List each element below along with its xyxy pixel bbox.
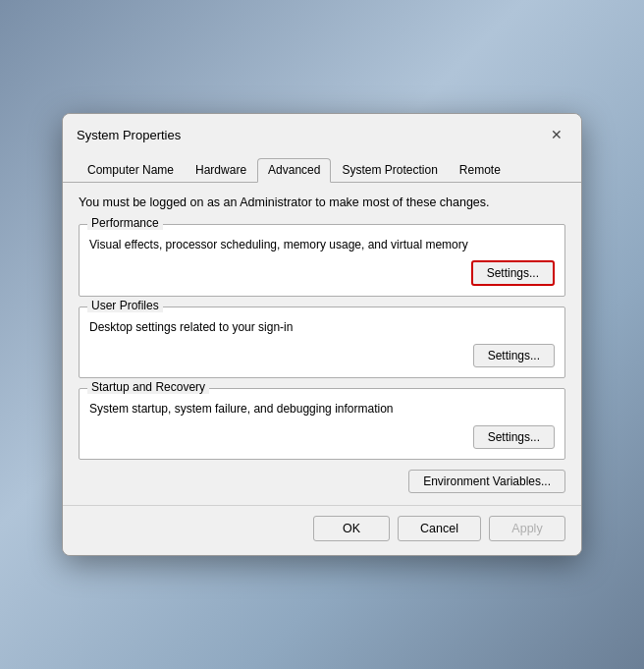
dialog-title: System Properties bbox=[77, 128, 181, 142]
system-properties-dialog: System Properties ✕ Computer Name Hardwa… bbox=[62, 113, 582, 556]
startup-recovery-label: Startup and Recovery bbox=[87, 380, 209, 394]
performance-description: Visual effects, processor scheduling, me… bbox=[89, 237, 555, 253]
env-variables-row: Environment Variables... bbox=[79, 470, 565, 493]
cancel-button[interactable]: Cancel bbox=[398, 516, 481, 541]
performance-btn-row: Settings... bbox=[89, 260, 555, 286]
user-profiles-btn-row: Settings... bbox=[89, 344, 555, 367]
ok-button[interactable]: OK bbox=[313, 516, 390, 541]
environment-variables-button[interactable]: Environment Variables... bbox=[408, 470, 565, 493]
startup-recovery-settings-button[interactable]: Settings... bbox=[473, 425, 555, 449]
title-bar: System Properties ✕ bbox=[63, 114, 581, 145]
startup-recovery-description: System startup, system failure, and debu… bbox=[89, 401, 555, 418]
tab-content: You must be logged on as an Administrato… bbox=[63, 183, 581, 505]
tab-system-protection[interactable]: System Protection bbox=[331, 158, 448, 183]
tab-advanced[interactable]: Advanced bbox=[257, 158, 331, 183]
startup-recovery-group: Startup and Recovery System startup, sys… bbox=[79, 388, 565, 460]
performance-settings-button[interactable]: Settings... bbox=[471, 260, 555, 286]
tab-strip: Computer Name Hardware Advanced System P… bbox=[63, 151, 581, 183]
tab-remote[interactable]: Remote bbox=[449, 158, 511, 183]
performance-label: Performance bbox=[87, 216, 163, 230]
close-button[interactable]: ✕ bbox=[546, 124, 567, 145]
user-profiles-settings-button[interactable]: Settings... bbox=[473, 344, 555, 367]
tab-hardware[interactable]: Hardware bbox=[185, 158, 257, 183]
startup-recovery-btn-row: Settings... bbox=[89, 425, 555, 449]
tab-computer-name[interactable]: Computer Name bbox=[77, 158, 185, 183]
bottom-bar: OK Cancel Apply bbox=[63, 505, 581, 555]
info-text: You must be logged on as an Administrato… bbox=[79, 195, 565, 212]
performance-group: Performance Visual effects, processor sc… bbox=[79, 224, 565, 298]
user-profiles-label: User Profiles bbox=[87, 299, 163, 312]
user-profiles-description: Desktop settings related to your sign-in bbox=[89, 319, 555, 336]
apply-button[interactable]: Apply bbox=[489, 516, 565, 541]
user-profiles-group: User Profiles Desktop settings related t… bbox=[79, 307, 565, 378]
